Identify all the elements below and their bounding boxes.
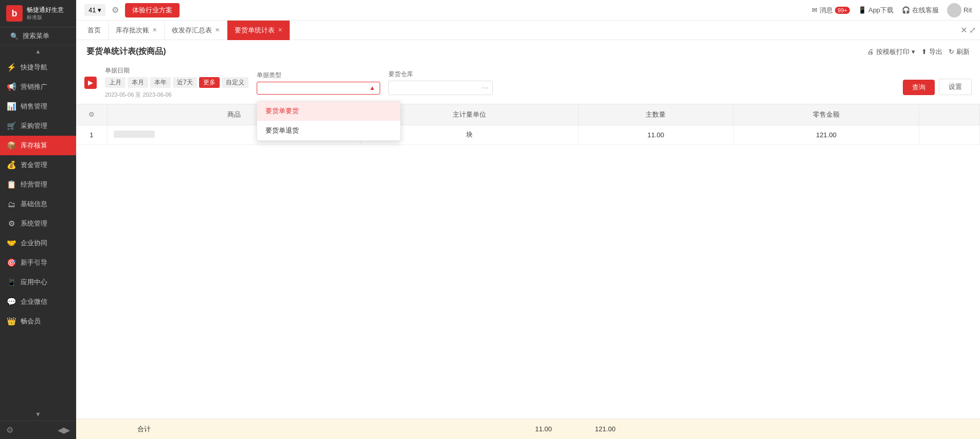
tab-inventory-batch-label: 库存批次账 — [116, 26, 149, 35]
sidebar-item-purchase[interactable]: 🛒 采购管理 — [0, 116, 76, 136]
topbar-gear-icon[interactable]: ⚙ — [112, 5, 119, 15]
online-service-label: 在线客服 — [912, 6, 939, 15]
sidebar-item-finance[interactable]: 💰 资金管理 — [0, 155, 76, 175]
tab-inventory-batch-close[interactable]: ✕ — [152, 27, 157, 33]
date-btn-this-year[interactable]: 本年 — [150, 77, 171, 88]
tabs-expand[interactable]: ✕ ⤢ — [960, 25, 976, 35]
store-dropdown[interactable]: 41 ▾ — [84, 4, 105, 16]
quick-nav-icon: ⚡ — [6, 63, 16, 72]
export-icon: ⬆ — [921, 48, 927, 56]
system-icon: ⚙ — [6, 219, 16, 228]
app-download-btn[interactable]: 📱 App下载 — [858, 6, 894, 15]
sidebar: b 畅捷通好生意 标准版 🔍 搜索菜单 ▲ ⚡ 快捷导航 📢 营销推广 📊 销售… — [0, 0, 76, 439]
warehouse-dots-icon: ··· — [482, 83, 488, 93]
col-header-extra — [919, 104, 980, 125]
online-service-icon: 🎧 — [902, 6, 910, 14]
search-btn[interactable]: 查询 — [903, 80, 935, 95]
tab-home-label: 首页 — [87, 26, 101, 35]
refresh-btn[interactable]: ↻ 刷新 — [949, 47, 970, 57]
sidebar-item-wechat[interactable]: 💬 企业微信 — [0, 292, 76, 312]
sales-icon: 📊 — [6, 102, 16, 111]
date-filter-group: 单据日期 上月 本月 本年 近7天 更多 自定义 2023-05-06 至 20… — [105, 66, 248, 99]
export-label: 导出 — [929, 47, 942, 57]
sidebar-label-inventory: 库存核算 — [21, 141, 70, 150]
date-btn-more[interactable]: 更多 — [199, 77, 220, 88]
user-name: Rit — [964, 6, 972, 14]
page-title: 要货单统计表(按商品) — [86, 46, 166, 57]
sidebar-label-cooperation: 企业协同 — [21, 239, 70, 248]
topbar-left: 41 ▾ ⚙ 体验行业方案 — [84, 3, 180, 17]
filter-expand-btn[interactable]: ▶ — [84, 77, 97, 89]
sidebar-item-vip[interactable]: 👑 畅会员 — [0, 312, 76, 331]
online-service-btn[interactable]: 🎧 在线客服 — [902, 6, 939, 15]
date-btn-custom[interactable]: 自定义 — [222, 77, 248, 88]
tab-order-stats-close[interactable]: ✕ — [278, 27, 282, 33]
refresh-icon: ↻ — [949, 48, 954, 56]
user-menu[interactable]: Rit — [947, 3, 972, 17]
date-btn-last-7days[interactable]: 近7天 — [173, 77, 197, 88]
filter-bar: ▶ 单据日期 上月 本月 本年 近7天 更多 自定义 2023-05-06 至 … — [76, 61, 980, 104]
data-table: ⚙ 商品 主计量单位 主数量 零售金额 1 块 — [76, 104, 980, 145]
tab-receive-summary-close[interactable]: ✕ — [215, 27, 220, 33]
sidebar-item-operations[interactable]: 📋 经营管理 — [0, 175, 76, 194]
collapse-sidebar-icon[interactable]: ◀▶ — [58, 425, 70, 435]
tab-receive-summary[interactable]: 收发存汇总表 ✕ — [165, 21, 227, 40]
date-filter-label: 单据日期 — [105, 66, 248, 75]
sidebar-item-basic[interactable]: 🗂 基础信息 — [0, 194, 76, 214]
date-filter-btns: 上月 本月 本年 近7天 更多 自定义 — [105, 77, 248, 88]
topbar: 41 ▾ ⚙ 体验行业方案 ✉ 消息 99+ 📱 App下载 🎧 在线客服 R — [76, 0, 980, 21]
warehouse-filter-label: 要货仓库 — [388, 70, 493, 79]
tab-home[interactable]: 首页 — [80, 21, 109, 40]
sidebar-item-sales[interactable]: 📊 销售管理 — [0, 97, 76, 116]
expand-maximize-icon: ⤢ — [969, 25, 976, 35]
type-filter-group: 单据类型 ▲ 要货单要货 要货单退货 — [257, 71, 380, 95]
date-btn-this-month[interactable]: 本月 — [128, 77, 148, 88]
sidebar-label-marketing: 营销推广 — [21, 82, 70, 92]
sidebar-item-marketing[interactable]: 📢 营销推广 — [0, 77, 76, 97]
logo-icon: b — [6, 5, 23, 22]
settings-bottom-icon[interactable]: ⚙ — [6, 425, 13, 435]
store-value: 41 — [88, 6, 96, 14]
operations-icon: 📋 — [6, 180, 16, 189]
table-row: 1 块 11.00 121.00 — [76, 125, 980, 144]
sidebar-scroll-up[interactable]: ▲ — [0, 45, 76, 58]
type-chevron-up-icon: ▲ — [369, 84, 376, 92]
table-settings-icon[interactable]: ⚙ — [76, 104, 107, 125]
app-download-label: App下载 — [868, 6, 894, 15]
vip-icon: 👑 — [6, 317, 16, 326]
search-icon: 🔍 — [10, 32, 19, 40]
settings-btn[interactable]: 设置 — [939, 79, 972, 95]
tab-order-stats[interactable]: 要货单统计表 ✕ — [227, 21, 290, 40]
row-seq: 1 — [76, 125, 107, 144]
purchase-icon: 🛒 — [6, 121, 16, 131]
sidebar-item-app-center[interactable]: 📱 应用中心 — [0, 272, 76, 292]
tab-inventory-batch[interactable]: 库存批次账 ✕ — [109, 21, 165, 40]
sidebar-nav: ⚡ 快捷导航 📢 营销推广 📊 销售管理 🛒 采购管理 📦 库存核算 💰 资金管… — [0, 58, 76, 408]
sidebar-item-system[interactable]: ⚙ 系统管理 — [0, 214, 76, 233]
type-filter-input[interactable]: ▲ — [257, 82, 380, 95]
sidebar-item-cooperation[interactable]: 🤝 企业协同 — [0, 233, 76, 253]
sidebar-label-vip: 畅会员 — [21, 317, 70, 326]
type-dropdown-menu: 要货单要货 要货单退货 — [257, 101, 401, 141]
warehouse-filter-input[interactable]: ··· — [388, 81, 493, 95]
type-option-order-goods[interactable]: 要货单要货 — [257, 101, 400, 121]
app-center-icon: 📱 — [6, 278, 16, 287]
page-header: 要货单统计表(按商品) 🖨 按模板打印 ▾ ⬆ 导出 ↻ 刷新 — [76, 40, 980, 61]
sidebar-item-guide[interactable]: 🎯 新手引导 — [0, 253, 76, 272]
print-template-btn[interactable]: 🖨 按模板打印 ▾ — [867, 47, 915, 57]
date-btn-last-month[interactable]: 上月 — [105, 77, 126, 88]
type-option-order-return[interactable]: 要货单退货 — [257, 121, 400, 140]
sidebar-item-inventory[interactable]: 📦 库存核算 — [0, 136, 76, 155]
row-amount: 121.00 — [733, 125, 919, 144]
search-menu[interactable]: 🔍 搜索菜单 — [0, 27, 76, 45]
export-btn[interactable]: ⬆ 导出 — [921, 47, 942, 57]
sidebar-item-quick-nav[interactable]: ⚡ 快捷导航 — [0, 58, 76, 77]
type-filter-text[interactable] — [261, 84, 367, 92]
trial-btn[interactable]: 体验行业方案 — [125, 3, 180, 17]
messages-btn[interactable]: ✉ 消息 99+ — [812, 6, 850, 15]
col-header-qty: 主数量 — [578, 104, 733, 125]
refresh-label: 刷新 — [956, 47, 970, 57]
sidebar-scroll-down[interactable]: ▼ — [0, 408, 76, 420]
warehouse-filter-text[interactable] — [393, 84, 479, 92]
sidebar-label-guide: 新手引导 — [21, 258, 70, 267]
